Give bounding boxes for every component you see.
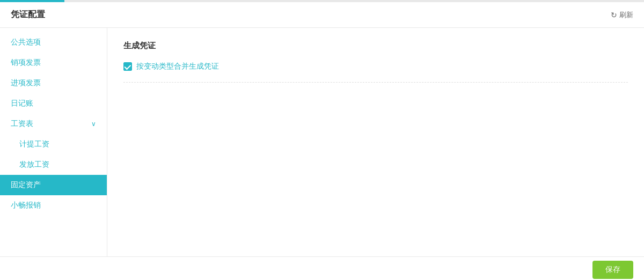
refresh-icon: ↻ xyxy=(611,11,617,19)
merge-checkbox[interactable] xyxy=(123,62,132,71)
sidebar-label-purchase_invoice: 进项发票 xyxy=(11,78,41,88)
chevron-down-icon: ∨ xyxy=(91,120,96,128)
page-header: 凭证配置 ↻ 刷新 xyxy=(0,2,644,28)
merge-checkbox-label: 按变动类型合并生成凭证 xyxy=(136,62,219,71)
sidebar-item-purchase_invoice[interactable]: 进项发票 xyxy=(0,73,107,93)
sidebar-label-calc_salary: 计提工资 xyxy=(19,139,49,149)
save-button[interactable]: 保存 xyxy=(592,261,633,279)
sidebar-label-fixed_assets: 固定资产 xyxy=(11,180,41,190)
merge-checkbox-row: 按变动类型合并生成凭证 xyxy=(123,62,628,71)
page-footer: 保存 xyxy=(0,256,644,280)
sidebar-label-expense: 小畅报销 xyxy=(11,201,41,210)
sidebar-label-sales_invoice: 销项发票 xyxy=(11,58,41,68)
sidebar-item-calc_salary[interactable]: 计提工资 xyxy=(0,134,107,154)
sidebar-label-pay_salary: 发放工资 xyxy=(19,160,49,170)
content-area: 生成凭证 按变动类型合并生成凭证 xyxy=(107,28,644,256)
sidebar-item-payroll_table[interactable]: 工资表∨ xyxy=(0,114,107,134)
refresh-label: 刷新 xyxy=(619,10,633,20)
sidebar-item-journal[interactable]: 日记账 xyxy=(0,93,107,114)
section-divider xyxy=(123,82,628,83)
sidebar-item-pay_salary[interactable]: 发放工资 xyxy=(0,154,107,175)
page-title: 凭证配置 xyxy=(11,9,45,20)
sidebar-label-journal: 日记账 xyxy=(11,99,33,108)
sidebar-item-expense[interactable]: 小畅报销 xyxy=(0,195,107,216)
refresh-button[interactable]: ↻ 刷新 xyxy=(611,10,633,20)
main-layout: 公共选项销项发票进项发票日记账工资表∨计提工资发放工资固定资产小畅报销 生成凭证… xyxy=(0,28,644,256)
sidebar-item-fixed_assets[interactable]: 固定资产 xyxy=(0,175,107,195)
sidebar-item-sales_invoice[interactable]: 销项发票 xyxy=(0,53,107,73)
section-title: 生成凭证 xyxy=(123,41,628,51)
sidebar-label-public: 公共选项 xyxy=(11,38,41,47)
sidebar: 公共选项销项发票进项发票日记账工资表∨计提工资发放工资固定资产小畅报销 xyxy=(0,28,107,256)
sidebar-item-public[interactable]: 公共选项 xyxy=(0,32,107,53)
sidebar-label-payroll_table: 工资表 xyxy=(11,119,33,129)
